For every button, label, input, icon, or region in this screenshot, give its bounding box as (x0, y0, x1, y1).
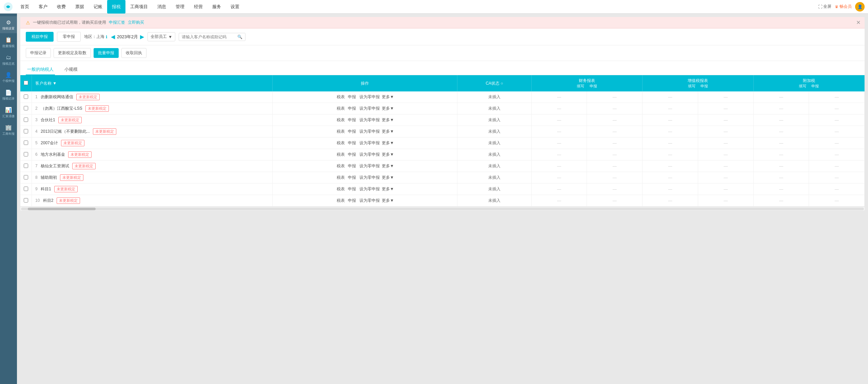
row-checkbox-cell[interactable] (20, 126, 32, 137)
nav-service[interactable]: 服务 (208, 0, 226, 14)
sidebar-item-batch-tax[interactable]: 📋 批量报税 (0, 34, 17, 51)
declare-link[interactable]: 申报 (348, 164, 356, 168)
row-checkbox-cell[interactable] (20, 149, 32, 161)
tax-table-link[interactable]: 税表 (337, 187, 345, 191)
row-checkbox[interactable] (24, 94, 28, 99)
shougui-button[interactable]: 收取回执 (121, 48, 146, 58)
set-zero-link[interactable]: 设为零申报 (359, 94, 380, 99)
nav-customer[interactable]: 客户 (34, 0, 52, 14)
more-link[interactable]: 更多▼ (382, 152, 394, 157)
horizontal-scrollbar[interactable] (20, 207, 865, 211)
more-link[interactable]: 更多▼ (382, 129, 394, 134)
tax-declare-tab[interactable]: 税款申报 (26, 32, 54, 42)
nav-manage[interactable]: 管理 (171, 0, 189, 14)
set-zero-link[interactable]: 设为零申报 (359, 175, 380, 180)
search-input[interactable] (182, 35, 236, 39)
prev-month-button[interactable]: ◀ (111, 34, 115, 40)
set-zero-link[interactable]: 设为零申报 (359, 141, 380, 145)
nav-fee[interactable]: 收费 (52, 0, 71, 14)
more-link[interactable]: 更多▼ (382, 187, 394, 191)
sidebar-item-tax-record[interactable]: 📄 报税记录 (0, 86, 17, 103)
set-zero-link[interactable]: 设为零申报 (359, 118, 380, 122)
set-zero-link[interactable]: 设为零申报 (359, 106, 380, 111)
nav-home[interactable]: 首页 (16, 0, 34, 14)
shenbaohui-link[interactable]: 申报汇签 (109, 20, 125, 25)
avatar[interactable]: 👤 (855, 2, 865, 12)
declare-link[interactable]: 申报 (348, 152, 356, 157)
set-zero-link[interactable]: 设为零申报 (359, 152, 380, 157)
member-button[interactable]: ♛ 畅会员 (835, 4, 852, 9)
declare-link[interactable]: 申报 (348, 141, 356, 145)
buy-link[interactable]: 立即购买 (128, 20, 144, 25)
row-checkbox[interactable] (24, 152, 28, 156)
piliang-button[interactable]: 批量申报 (94, 48, 119, 58)
set-zero-link[interactable]: 设为零申报 (359, 198, 380, 203)
row-checkbox[interactable] (24, 129, 28, 133)
banner-close-button[interactable]: ✕ (856, 19, 861, 26)
tab-general-taxpayer[interactable]: 一般的纳税人 (26, 64, 55, 75)
nav-business[interactable]: 工商项目 (125, 0, 153, 14)
tax-table-link[interactable]: 税表 (337, 175, 345, 180)
row-checkbox-cell[interactable] (20, 103, 32, 114)
tax-table-link[interactable]: 税表 (337, 118, 345, 122)
row-checkbox-cell[interactable] (20, 195, 32, 207)
declare-link[interactable]: 申报 (348, 175, 356, 180)
more-link[interactable]: 更多▼ (382, 106, 394, 111)
gengxin-button[interactable]: 更新税定及取数 (54, 48, 91, 58)
declare-link[interactable]: 申报 (348, 129, 356, 134)
more-link[interactable]: 更多▼ (382, 118, 394, 122)
tax-table-link[interactable]: 税表 (337, 152, 345, 157)
next-month-button[interactable]: ▶ (140, 34, 144, 40)
more-link[interactable]: 更多▼ (382, 198, 394, 203)
row-checkbox[interactable] (24, 175, 28, 179)
sidebar-item-tax-overview[interactable]: 🗂 报税总览 (0, 51, 17, 68)
row-checkbox-cell[interactable] (20, 184, 32, 195)
sidebar-item-annual-report[interactable]: 🏢 工商年报 (0, 122, 17, 138)
nav-ledger[interactable]: 记账 (89, 0, 107, 14)
shenbaojilu-button[interactable]: 申报记录 (26, 48, 51, 58)
row-checkbox-cell[interactable] (20, 172, 32, 184)
sidebar-item-annual-settlement[interactable]: 📊 汇算清缴 (0, 104, 17, 121)
scrollbar-thumb[interactable] (28, 208, 96, 210)
select-all-checkbox[interactable] (24, 81, 28, 85)
more-link[interactable]: 更多▼ (382, 141, 394, 145)
tax-table-link[interactable]: 税表 (337, 141, 345, 145)
sidebar-item-tax-settings[interactable]: ⚙ 报税设置 (0, 16, 17, 33)
nav-operation[interactable]: 经营 (189, 0, 208, 14)
set-zero-link[interactable]: 设为零申报 (359, 187, 380, 191)
set-zero-link[interactable]: 设为零申报 (359, 129, 380, 134)
search-box[interactable]: 🔍 (179, 33, 245, 41)
row-checkbox[interactable] (24, 187, 28, 191)
declare-link[interactable]: 申报 (348, 198, 356, 203)
sidebar-item-personal-tax[interactable]: 👤 个税申报 (0, 69, 17, 86)
row-checkbox[interactable] (24, 118, 28, 122)
row-checkbox[interactable] (24, 198, 28, 202)
tax-table-link[interactable]: 税表 (337, 94, 345, 99)
row-checkbox[interactable] (24, 141, 28, 145)
fullscreen-button[interactable]: ⛶ 全屏 (818, 4, 831, 9)
tab-small-scale[interactable]: 小规模 (63, 64, 79, 75)
tax-table-link[interactable]: 税表 (337, 198, 345, 203)
tax-table-link[interactable]: 税表 (337, 164, 345, 168)
row-checkbox-cell[interactable] (20, 161, 32, 172)
department-selector[interactable]: 全部员工 ▼ (147, 32, 175, 41)
more-link[interactable]: 更多▼ (382, 175, 394, 180)
row-checkbox[interactable] (24, 106, 28, 110)
set-zero-link[interactable]: 设为零申报 (359, 164, 380, 168)
declare-link[interactable]: 申报 (348, 106, 356, 111)
nav-invoice[interactable]: 票据 (71, 0, 89, 14)
declare-link[interactable]: 申报 (348, 187, 356, 191)
zero-declare-tab[interactable]: 零申报 (57, 32, 81, 42)
row-checkbox-cell[interactable] (20, 114, 32, 126)
nav-tax[interactable]: 报税 (107, 0, 125, 14)
tax-table-link[interactable]: 税表 (337, 129, 345, 134)
nav-settings[interactable]: 设置 (226, 0, 244, 14)
row-checkbox-cell[interactable] (20, 91, 32, 103)
row-checkbox[interactable] (24, 164, 28, 168)
nav-message[interactable]: 消息 (153, 0, 171, 14)
more-link[interactable]: 更多▼ (382, 94, 394, 99)
tax-table-link[interactable]: 税表 (337, 106, 345, 111)
declare-link[interactable]: 申报 (348, 94, 356, 99)
row-checkbox-cell[interactable] (20, 137, 32, 149)
declare-link[interactable]: 申报 (348, 118, 356, 122)
